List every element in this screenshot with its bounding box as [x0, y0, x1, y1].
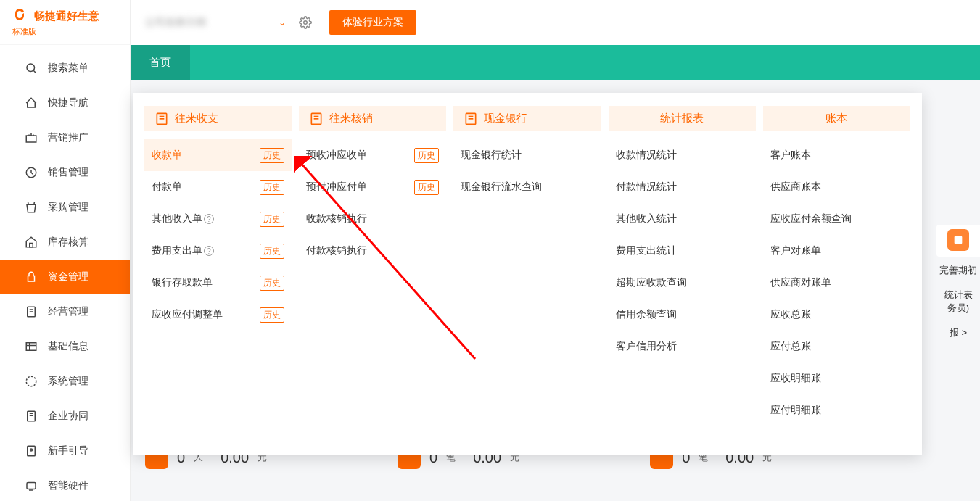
mega-menu-item[interactable]: 客户信用分析 — [609, 331, 756, 363]
menu-label: 销售管理 — [48, 166, 88, 179]
mega-menu-item[interactable]: 供应商对账单 — [763, 267, 910, 299]
side-text: 统计表务员) — [936, 284, 980, 319]
mega-menu-item[interactable]: 预收冲应收单历史 — [299, 139, 446, 171]
mega-column-header: 现金银行 — [453, 106, 601, 131]
history-badge[interactable]: 历史 — [260, 212, 284, 227]
mega-menu-item[interactable]: 收款核销执行 — [299, 203, 446, 235]
company-name[interactable]: 公司名称示例 — [145, 16, 206, 29]
sidebar-item-5[interactable]: 库存核算 — [0, 225, 130, 260]
mega-menu-item[interactable]: 信用余额查询 — [609, 299, 756, 331]
history-badge[interactable]: 历史 — [260, 307, 284, 323]
mega-menu-item[interactable]: 应收总账 — [763, 299, 910, 331]
mega-menu-item[interactable]: 付款情况统计 — [609, 171, 756, 203]
menu-icon — [25, 131, 38, 144]
menu-icon — [25, 166, 38, 179]
mega-column-header: 统计报表 — [609, 106, 756, 131]
row-label: 预收冲应收单 — [306, 149, 367, 162]
tab-home[interactable]: 首页 — [131, 45, 190, 80]
svg-line-1 — [33, 70, 36, 73]
sidebar-item-4[interactable]: 采购管理 — [0, 190, 130, 225]
svg-rect-2 — [26, 136, 36, 142]
gear-icon[interactable] — [299, 16, 312, 29]
help-icon: ? — [204, 214, 214, 224]
sidebar-item-3[interactable]: 销售管理 — [0, 155, 130, 190]
mega-menu-item[interactable]: 其他收入统计 — [609, 203, 756, 235]
sidebar-item-11[interactable]: 新手引导 — [0, 434, 130, 468]
mega-menu-item[interactable]: 超期应收款查询 — [609, 267, 756, 299]
row-label: 费用支出统计 — [616, 244, 677, 257]
menu-label: 库存核算 — [48, 236, 88, 249]
sidebar-menu: 搜索菜单快捷导航营销推广销售管理采购管理库存核算资金管理经营管理基础信息系统管理… — [0, 45, 130, 501]
row-label: 应收应付调整单 — [152, 308, 223, 321]
sidebar-item-9[interactable]: 系统管理 — [0, 364, 130, 399]
svg-point-0 — [27, 64, 35, 72]
row-label: 供应商账本 — [770, 181, 821, 194]
mega-menu-item[interactable]: 应收应付调整单历史 — [144, 299, 292, 331]
mega-menu-item[interactable]: 应付明细账 — [763, 394, 910, 426]
menu-icon — [25, 375, 38, 388]
row-label: 应付明细账 — [770, 404, 821, 417]
help-icon: ? — [204, 246, 214, 256]
history-badge[interactable]: 历史 — [260, 276, 284, 291]
sidebar-item-0[interactable]: 搜索菜单 — [0, 51, 130, 86]
row-label: 客户信用分析 — [616, 340, 677, 353]
sidebar-item-10[interactable]: 企业协同 — [0, 399, 130, 434]
row-label: 供应商对账单 — [770, 276, 831, 289]
logo-area: 畅捷通好生意 标准版 — [0, 0, 130, 45]
mega-menu-item[interactable]: 费用支出单?历史 — [144, 235, 292, 267]
side-text: 完善期初 — [936, 260, 980, 281]
history-badge[interactable]: 历史 — [260, 180, 284, 195]
primary-cta-button[interactable]: 体验行业方案 — [329, 10, 416, 35]
menu-icon — [25, 444, 38, 457]
history-badge[interactable]: 历史 — [414, 180, 439, 195]
sidebar-item-1[interactable]: 快捷导航 — [0, 86, 130, 120]
mega-menu-item[interactable]: 付款单历史 — [144, 171, 292, 203]
mega-menu-item[interactable]: 应收应付余额查询 — [763, 203, 910, 235]
history-badge[interactable]: 历史 — [414, 148, 439, 163]
row-label: 收款情况统计 — [616, 149, 677, 162]
mega-menu-item[interactable]: 客户账本 — [763, 139, 910, 171]
menu-icon — [25, 479, 38, 492]
svg-point-14 — [30, 449, 33, 451]
mega-menu-item[interactable]: 收款单历史 — [144, 139, 292, 171]
row-label: 现金银行统计 — [461, 149, 522, 162]
chevron-down-icon[interactable]: ⌄ — [279, 17, 286, 28]
sidebar-item-8[interactable]: 基础信息 — [0, 329, 130, 364]
row-label: 应收总账 — [770, 308, 811, 321]
mega-menu-item[interactable]: 现金银行统计 — [453, 139, 601, 171]
row-label: 客户账本 — [770, 149, 811, 162]
row-label: 现金银行流水查询 — [461, 181, 542, 194]
mega-menu-item[interactable]: 应付总账 — [763, 331, 910, 363]
menu-label: 资金管理 — [48, 270, 88, 283]
row-label: 客户对账单 — [770, 244, 821, 257]
mega-menu-item[interactable]: 其他收入单?历史 — [144, 203, 292, 235]
menu-label: 智能硬件 — [48, 479, 88, 492]
sidebar-item-2[interactable]: 营销推广 — [0, 120, 130, 155]
menu-label: 系统管理 — [48, 375, 88, 388]
mega-menu-item[interactable]: 预付冲应付单历史 — [299, 171, 446, 203]
menu-label: 快捷导航 — [48, 96, 88, 109]
sidebar-item-12[interactable]: 智能硬件 — [0, 468, 130, 501]
svg-point-11 — [26, 376, 36, 386]
mega-menu-item[interactable]: 供应商账本 — [763, 171, 910, 203]
mega-menu-item[interactable]: 银行存取款单历史 — [144, 267, 292, 299]
history-badge[interactable]: 历史 — [260, 148, 284, 163]
menu-label: 营销推广 — [48, 131, 88, 144]
sidebar-item-7[interactable]: 经营管理 — [0, 294, 130, 329]
sidebar-item-6[interactable]: 资金管理 — [0, 260, 130, 294]
menu-icon — [25, 305, 38, 318]
history-badge[interactable]: 历史 — [260, 244, 284, 259]
mega-menu-item[interactable]: 费用支出统计 — [609, 235, 756, 267]
side-widget[interactable] — [936, 225, 980, 257]
mega-menu-item[interactable]: 付款核销执行 — [299, 235, 446, 267]
mega-menu-item[interactable]: 现金银行流水查询 — [453, 171, 601, 203]
side-text[interactable]: 报 > — [936, 322, 980, 344]
mega-menu-item[interactable]: 收款情况统计 — [609, 139, 756, 171]
mega-menu-item[interactable]: 客户对账单 — [763, 235, 910, 267]
svg-point-17 — [304, 21, 308, 25]
row-label: 收款核销执行 — [306, 212, 367, 225]
widget-icon — [947, 229, 969, 251]
row-label: 付款单 — [152, 181, 182, 194]
mega-menu-item[interactable]: 应收明细账 — [763, 363, 910, 394]
menu-label: 经营管理 — [48, 305, 88, 318]
